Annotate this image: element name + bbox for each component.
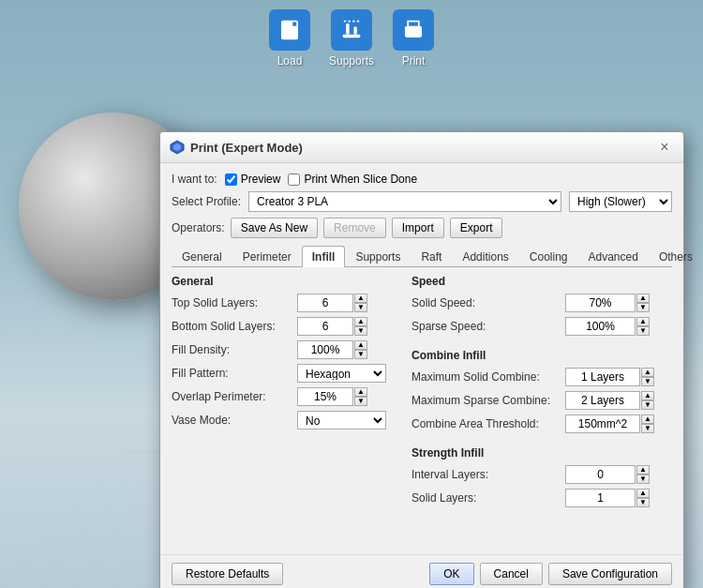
svg-rect-8 — [408, 31, 419, 37]
fill-pattern-dropdown[interactable]: Hexagon Lines Rectilinear Concentric — [297, 364, 386, 383]
tab-cooling[interactable]: Cooling — [519, 246, 578, 267]
solid-layers-up[interactable]: ▲ — [636, 489, 650, 498]
solid-speed-down[interactable]: ▼ — [636, 303, 650, 312]
general-section-title: General — [172, 275, 396, 288]
sparse-speed-spin-btns: ▲ ▼ — [636, 317, 650, 336]
max-sparse-combine-up[interactable]: ▲ — [641, 391, 654, 400]
remove-button[interactable]: Remove — [323, 218, 386, 238]
operators-row: Operators: Save As New Remove Import Exp… — [172, 218, 672, 238]
print-when-done-wrap[interactable]: Print When Slice Done — [288, 173, 417, 186]
combine-area-threshold-down[interactable]: ▼ — [641, 424, 654, 433]
tab-others[interactable]: Others — [649, 246, 703, 267]
dialog-title-icon — [170, 140, 185, 155]
preview-checkbox[interactable] — [225, 173, 237, 186]
vase-mode-dropdown[interactable]: No Yes — [297, 411, 386, 430]
tab-additions[interactable]: Additions — [452, 246, 518, 267]
solid-layers-input[interactable] — [565, 489, 636, 507]
combine-area-threshold-up[interactable]: ▲ — [641, 415, 654, 424]
interval-layers-spinner[interactable]: ▲ ▼ — [565, 465, 650, 484]
max-solid-combine-input[interactable] — [565, 368, 640, 386]
solid-speed-spin-btns: ▲ ▼ — [636, 294, 650, 312]
tabs-row: General Perimeter Infill Supports Raft A… — [172, 246, 672, 267]
quality-select[interactable]: High (Slower) Standard Low (Faster) — [569, 191, 672, 212]
combine-section: Combine Infill Maximum Solid Combine: ▲ … — [411, 349, 672, 433]
tab-general[interactable]: General — [172, 246, 232, 267]
toolbar-item-print[interactable]: Print — [393, 9, 434, 68]
max-solid-combine-up[interactable]: ▲ — [641, 368, 654, 377]
interval-layers-down[interactable]: ▼ — [636, 475, 650, 484]
max-sparse-combine-label: Maximum Sparse Combine: — [411, 394, 561, 407]
save-configuration-button[interactable]: Save Configuration — [548, 563, 672, 585]
close-button[interactable]: × — [655, 138, 674, 157]
top-solid-layers-input[interactable] — [297, 294, 353, 312]
toolbar-item-supports[interactable]: Supports — [329, 9, 374, 68]
combine-area-threshold-input[interactable] — [565, 415, 640, 433]
operators-label: Operators: — [172, 221, 225, 234]
tab-raft[interactable]: Raft — [411, 246, 452, 267]
interval-layers-spin-btns: ▲ ▼ — [636, 465, 650, 484]
vase-mode-label: Vase Mode: — [172, 414, 293, 427]
max-solid-combine-down[interactable]: ▼ — [641, 377, 654, 386]
cancel-button[interactable]: Cancel — [480, 563, 543, 585]
interval-layers-input[interactable] — [565, 465, 636, 484]
profile-select[interactable]: Creator 3 PLA — [248, 191, 561, 212]
tab-advanced[interactable]: Advanced — [578, 246, 649, 267]
bottom-solid-layers-down[interactable]: ▼ — [354, 326, 367, 336]
footer-right: OK Cancel Save Configuration — [429, 563, 672, 585]
max-sparse-combine-spinner[interactable]: ▲ ▼ — [565, 391, 654, 410]
bottom-solid-layers-input[interactable] — [297, 317, 353, 336]
overlap-perimeter-down[interactable]: ▼ — [354, 397, 367, 406]
print-icon — [393, 9, 434, 51]
max-solid-combine-spinner[interactable]: ▲ ▼ — [565, 368, 654, 386]
preview-label: Preview — [241, 173, 281, 186]
solid-speed-input[interactable] — [565, 294, 636, 312]
fill-density-spinner[interactable]: ▲ ▼ — [297, 340, 367, 359]
footer-left: Restore Defaults — [172, 563, 429, 585]
toolbar-item-load[interactable]: Load — [269, 9, 310, 68]
solid-speed-up[interactable]: ▲ — [636, 294, 650, 303]
interval-layers-up[interactable]: ▲ — [636, 465, 650, 475]
sparse-speed-input[interactable] — [565, 317, 636, 336]
max-sparse-combine-input[interactable] — [565, 391, 640, 410]
solid-layers-spinner[interactable]: ▲ ▼ — [565, 489, 650, 507]
sparse-speed-up[interactable]: ▲ — [636, 317, 650, 326]
fill-pattern-select[interactable]: Hexagon Lines Rectilinear Concentric — [297, 364, 386, 383]
combine-area-threshold-label: Combine Area Threshold: — [411, 417, 561, 430]
fill-density-up[interactable]: ▲ — [354, 340, 367, 350]
bottom-solid-layers-spinner[interactable]: ▲ ▼ — [297, 317, 367, 336]
solid-speed-spinner[interactable]: ▲ ▼ — [565, 294, 650, 312]
sparse-speed-spinner[interactable]: ▲ ▼ — [565, 317, 650, 336]
sparse-speed-down[interactable]: ▼ — [636, 326, 650, 336]
vase-mode-select[interactable]: No Yes — [297, 411, 386, 430]
save-as-new-button[interactable]: Save As New — [231, 218, 318, 238]
top-solid-layers-label: Top Solid Layers: — [172, 296, 293, 309]
print-when-done-checkbox[interactable] — [288, 173, 300, 186]
solid-layers-down[interactable]: ▼ — [636, 498, 650, 507]
i-want-to-label: I want to: — [172, 173, 217, 186]
field-overlap-perimeter: Overlap Perimeter: ▲ ▼ — [172, 387, 396, 406]
fill-density-down[interactable]: ▼ — [354, 350, 367, 359]
restore-defaults-button[interactable]: Restore Defaults — [172, 563, 283, 585]
field-combine-area-threshold: Combine Area Threshold: ▲ ▼ — [411, 415, 672, 433]
top-solid-layers-spinner[interactable]: ▲ ▼ — [297, 294, 367, 312]
import-button[interactable]: Import — [392, 218, 444, 238]
overlap-perimeter-spinner[interactable]: ▲ ▼ — [297, 387, 367, 406]
field-sparse-speed: Sparse Speed: ▲ ▼ — [411, 317, 672, 336]
tab-perimeter[interactable]: Perimeter — [232, 246, 302, 267]
speed-section-title: Speed — [411, 275, 672, 288]
fill-density-input[interactable] — [297, 340, 353, 359]
tab-supports[interactable]: Supports — [345, 246, 411, 267]
combine-area-threshold-spinner[interactable]: ▲ ▼ — [565, 415, 654, 433]
dialog-title-text: Print (Expert Mode) — [190, 141, 303, 155]
preview-checkbox-wrap[interactable]: Preview — [225, 173, 281, 186]
top-solid-layers-down[interactable]: ▼ — [354, 303, 367, 312]
ok-button[interactable]: OK — [429, 563, 473, 585]
overlap-perimeter-up[interactable]: ▲ — [354, 387, 367, 397]
export-button[interactable]: Export — [450, 218, 503, 238]
overlap-perimeter-input[interactable] — [297, 387, 353, 406]
top-solid-layers-up[interactable]: ▲ — [354, 294, 367, 303]
tab-infill[interactable]: Infill — [302, 246, 346, 267]
max-sparse-combine-down[interactable]: ▼ — [641, 400, 654, 410]
bottom-solid-layers-up[interactable]: ▲ — [354, 317, 367, 326]
dialog-title-left: Print (Expert Mode) — [170, 140, 303, 155]
